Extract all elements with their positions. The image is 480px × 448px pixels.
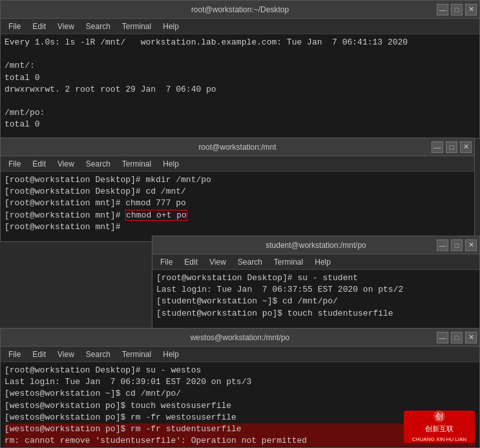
- menu-edit-1[interactable]: Edit: [27, 21, 51, 32]
- menu-view-2[interactable]: View: [52, 158, 79, 170]
- menu-bar-2: File Edit View Search Terminal Help: [1, 156, 474, 172]
- svg-text:创: 创: [435, 412, 443, 421]
- menu-help-1[interactable]: Help: [158, 21, 184, 32]
- minimize-btn-2[interactable]: —: [432, 141, 443, 153]
- menu-help-3[interactable]: Help: [309, 256, 336, 268]
- window-title-3: student@workstation:/mnt/po: [266, 241, 366, 250]
- menu-help-4[interactable]: Help: [158, 349, 184, 360]
- menu-search-3[interactable]: Search: [233, 256, 267, 268]
- close-btn-3[interactable]: ✕: [465, 239, 477, 251]
- minimize-btn-1[interactable]: —: [437, 4, 448, 15]
- title-bar-1: root@workstation:~/Desktop — □ ✕: [1, 1, 479, 19]
- menu-view-1[interactable]: View: [52, 21, 79, 32]
- terminal-content-1: Every 1.0s: ls -lR /mnt/ workstation.lab…: [1, 34, 479, 138]
- terminal-window-1[interactable]: root@workstation:~/Desktop — □ ✕ File Ed…: [0, 0, 480, 139]
- menu-edit-2[interactable]: Edit: [27, 158, 51, 170]
- watermark-line1: 创新互联: [425, 425, 454, 433]
- terminal-window-2[interactable]: root@workstation:/mnt — □ ✕ File Edit Vi…: [0, 137, 475, 242]
- maximize-btn-2[interactable]: □: [446, 141, 457, 153]
- menu-terminal-3[interactable]: Terminal: [269, 256, 308, 268]
- close-btn-2[interactable]: ✕: [460, 141, 472, 153]
- menu-search-2[interactable]: Search: [81, 158, 116, 170]
- menu-view-4[interactable]: View: [52, 349, 79, 360]
- window-controls-4[interactable]: — □ ✕: [437, 332, 477, 343]
- watermark: 创 创新互联 CHUANG XIN HU LIAN: [404, 411, 475, 443]
- menu-bar-4: File Edit View Search Terminal Help: [1, 347, 479, 362]
- title-bar-2: root@workstation:/mnt — □ ✕: [1, 138, 474, 156]
- menu-edit-4[interactable]: Edit: [27, 349, 51, 360]
- minimize-btn-3[interactable]: —: [437, 239, 448, 251]
- terminal-content-2: [root@workstation Desktop]# mkdir /mnt/p…: [1, 172, 474, 241]
- close-btn-1[interactable]: ✕: [465, 4, 477, 15]
- window-title-2: root@workstation:/mnt: [198, 143, 276, 152]
- maximize-btn-1[interactable]: □: [451, 4, 463, 15]
- maximize-btn-3[interactable]: □: [451, 239, 463, 251]
- menu-edit-3[interactable]: Edit: [179, 256, 203, 268]
- close-btn-4[interactable]: ✕: [465, 332, 477, 343]
- title-bar-3: student@workstation:/mnt/po — □ ✕: [152, 236, 479, 254]
- maximize-btn-4[interactable]: □: [451, 332, 463, 343]
- window-title-4: westos@workstation:/mnt/po: [191, 333, 290, 342]
- menu-terminal-4[interactable]: Terminal: [117, 349, 156, 360]
- menu-file-1[interactable]: File: [3, 21, 26, 32]
- menu-bar-1: File Edit View Search Terminal Help: [1, 19, 479, 34]
- menu-file-2[interactable]: File: [3, 158, 26, 170]
- menu-terminal-2[interactable]: Terminal: [117, 158, 156, 170]
- title-bar-4: westos@workstation:/mnt/po — □ ✕: [1, 329, 479, 347]
- menu-search-4[interactable]: Search: [81, 349, 116, 360]
- menu-file-4[interactable]: File: [3, 349, 26, 360]
- window-controls-1[interactable]: — □ ✕: [437, 4, 477, 15]
- menu-search-1[interactable]: Search: [81, 21, 116, 32]
- menu-help-2[interactable]: Help: [158, 158, 184, 170]
- menu-file-3[interactable]: File: [155, 256, 178, 268]
- menu-view-3[interactable]: View: [204, 256, 231, 268]
- window-controls-2[interactable]: — □ ✕: [432, 141, 472, 153]
- menu-terminal-1[interactable]: Terminal: [117, 21, 156, 32]
- terminal-window-3[interactable]: student@workstation:/mnt/po — □ ✕ File E…: [152, 236, 480, 342]
- minimize-btn-4[interactable]: —: [437, 332, 448, 343]
- window-controls-3[interactable]: — □ ✕: [437, 239, 477, 251]
- watermark-text: 创新互联 CHUANG XIN HU LIAN: [412, 424, 466, 444]
- window-title-1: root@workstation:~/Desktop: [191, 5, 289, 14]
- watermark-line2: CHUANG XIN HU LIAN: [412, 436, 466, 442]
- menu-bar-3: File Edit View Search Terminal Help: [152, 254, 479, 270]
